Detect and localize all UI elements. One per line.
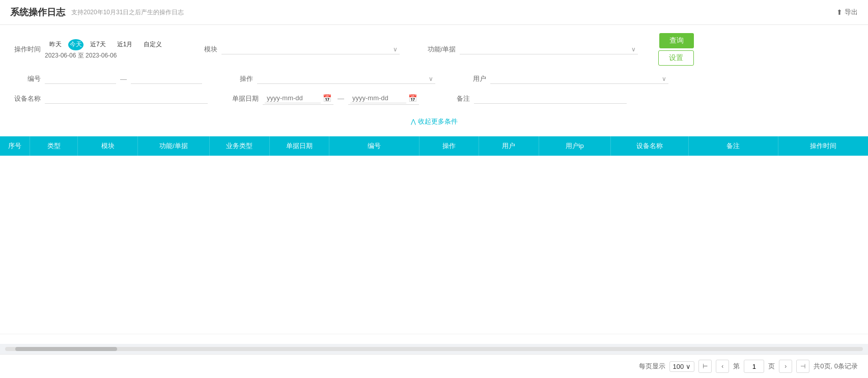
time-btn-1month[interactable]: 近1月: [113, 39, 137, 50]
op-chevron-icon: ∨: [429, 75, 433, 82]
empty-cell: [0, 156, 868, 334]
number-dash: —: [120, 75, 127, 83]
settings-button[interactable]: 设置: [658, 50, 694, 66]
device-label: 设备名称: [10, 94, 41, 103]
date-to-wrap: 📅: [348, 92, 419, 105]
time-filter-wrap: 昨天 今天 近7天 近1月 自定义 2023-06-06 至 2023-06-0…: [45, 39, 166, 60]
data-table: 序号 类型 模块 功能/单据 业务类型 单据日期 编号 操作 用户 用户ip 设…: [0, 136, 868, 334]
func-filter-item: 功能/单据 ∨: [420, 45, 638, 54]
collapse-icon: ⋀: [411, 118, 416, 125]
page-label: 页: [768, 362, 775, 371]
export-icon: ⬆: [836, 8, 843, 16]
user-chevron-icon: ∨: [662, 75, 666, 82]
col-header-note: 备注: [688, 136, 778, 156]
col-header-func: 功能/单据: [137, 136, 209, 156]
empty-row: [0, 156, 868, 334]
note-input[interactable]: [474, 94, 627, 104]
func-select[interactable]: ∨: [460, 45, 638, 54]
table-header-row: 序号 类型 模块 功能/单据 业务类型 单据日期 编号 操作 用户 用户ip 设…: [0, 136, 868, 156]
action-buttons: 查询 设置: [658, 33, 694, 66]
page-size-select[interactable]: 100 ∨: [669, 361, 695, 372]
date-from-wrap: 📅: [263, 92, 333, 105]
number-from-input[interactable]: [45, 74, 116, 84]
doc-date-label: 单据日期: [228, 94, 259, 103]
date-from-calendar-icon[interactable]: 📅: [323, 94, 331, 102]
time-btn-custom[interactable]: 自定义: [139, 39, 166, 50]
doc-date-filter-item: 单据日期 📅 — 📅: [228, 92, 419, 105]
op-filter-item: 操作 ∨: [222, 74, 435, 84]
page-size-value: 100: [673, 363, 684, 370]
op-select[interactable]: ∨: [257, 74, 435, 84]
note-label: 备注: [439, 94, 470, 103]
note-filter-item: 备注: [439, 94, 627, 104]
filter-row-3: 设备名称 单据日期 📅 — 📅 备注: [10, 92, 858, 105]
page-size-chevron-icon: ∨: [686, 363, 691, 370]
col-header-ip: 用户ip: [539, 136, 610, 156]
col-header-date: 单据日期: [269, 136, 329, 156]
device-input[interactable]: [45, 94, 208, 104]
page-first-label: 第: [733, 362, 740, 371]
page-header: 系统操作日志 支持2020年10月31日之后产生的操作日志 ⬆ 导出: [0, 0, 868, 25]
col-header-num: 序号: [0, 136, 30, 156]
col-header-op: 操作: [419, 136, 479, 156]
col-header-module: 模块: [78, 136, 138, 156]
date-to-input[interactable]: [350, 93, 406, 103]
next-page-button[interactable]: ›: [779, 360, 792, 373]
module-filter-item: 模块 ∨: [187, 45, 400, 54]
number-filter-item: 编号 —: [10, 74, 202, 84]
col-header-time: 操作时间: [778, 136, 868, 156]
user-filter-item: 用户 ∨: [456, 74, 668, 84]
filter-row-2: 编号 — 操作 ∨ 用户 ∨: [10, 74, 858, 84]
device-filter-item: 设备名称: [10, 94, 208, 104]
time-label: 操作时间: [10, 45, 41, 54]
table-body: [0, 156, 868, 334]
page-title: 系统操作日志: [10, 6, 65, 18]
number-to-input[interactable]: [131, 74, 202, 84]
time-btn-yesterday[interactable]: 昨天: [45, 39, 66, 50]
page-size-label: 每页显示: [639, 362, 665, 371]
table-header: 序号 类型 模块 功能/单据 业务类型 单据日期 编号 操作 用户 用户ip 设…: [0, 136, 868, 156]
func-label: 功能/单据: [420, 45, 456, 54]
filter-area: 操作时间 昨天 今天 近7天 近1月 自定义 2023-06-06 至 2023…: [0, 25, 868, 136]
module-select[interactable]: ∨: [221, 45, 400, 54]
export-button[interactable]: ⬆ 导出: [836, 8, 858, 17]
date-range-display: 2023-06-06 至 2023-06-06: [45, 51, 166, 60]
col-header-type: 类型: [30, 136, 78, 156]
col-header-user: 用户: [479, 136, 539, 156]
date-dash: —: [338, 95, 344, 102]
user-select[interactable]: ∨: [490, 74, 668, 84]
func-chevron-icon: ∨: [631, 46, 636, 53]
time-filter-item: 操作时间 昨天 今天 近7天 近1月 自定义 2023-06-06 至 2023…: [10, 39, 166, 60]
time-btn-today[interactable]: 今天: [68, 39, 83, 50]
collapse-button[interactable]: ⋀ 收起更多条件: [411, 117, 458, 126]
date-from-input[interactable]: [265, 93, 321, 103]
col-header-biz: 业务类型: [210, 136, 270, 156]
query-button[interactable]: 查询: [659, 33, 694, 48]
col-header-device: 设备名称: [610, 136, 688, 156]
time-btn-7days[interactable]: 近7天: [86, 39, 110, 50]
pagination-bar: 每页显示 100 ∨ ⊢ ‹ 第 页 › ⊣ 共0页, 0条记录: [0, 354, 868, 378]
op-label: 操作: [222, 74, 253, 83]
table-container: 序号 类型 模块 功能/单据 业务类型 单据日期 编号 操作 用户 用户ip 设…: [0, 136, 868, 344]
module-label: 模块: [187, 45, 217, 54]
collapse-row: ⋀ 收起更多条件: [10, 113, 858, 128]
total-label: 共0页, 0条记录: [814, 362, 858, 371]
date-to-calendar-icon[interactable]: 📅: [408, 94, 417, 102]
collapse-label: 收起更多条件: [418, 117, 458, 126]
export-label: 导出: [845, 8, 858, 17]
scrollbar-thumb[interactable]: [15, 347, 117, 351]
user-label: 用户: [456, 74, 486, 83]
prev-page-button[interactable]: ‹: [716, 360, 729, 373]
last-page-button[interactable]: ⊣: [796, 360, 809, 373]
module-chevron-icon: ∨: [393, 46, 398, 53]
scrollbar-track: [5, 347, 863, 351]
first-page-button[interactable]: ⊢: [698, 360, 712, 373]
page-subtitle: 支持2020年10月31日之后产生的操作日志: [71, 8, 184, 17]
filter-row-1: 操作时间 昨天 今天 近7天 近1月 自定义 2023-06-06 至 2023…: [10, 33, 858, 66]
number-label: 编号: [10, 74, 41, 83]
col-header-code: 编号: [329, 136, 419, 156]
horizontal-scrollbar[interactable]: [0, 344, 868, 354]
page-number-input[interactable]: [744, 360, 764, 373]
